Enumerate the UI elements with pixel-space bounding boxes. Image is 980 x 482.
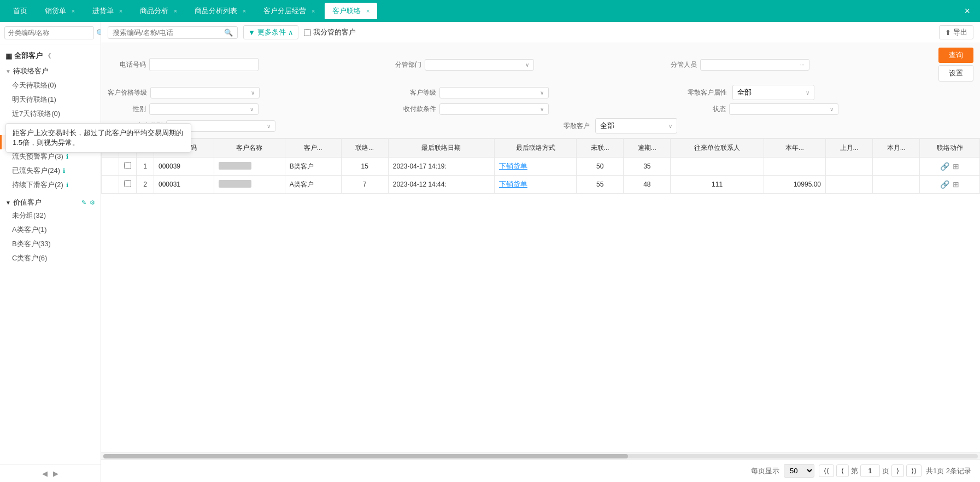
link-icon[interactable]: 🔗 bbox=[940, 162, 949, 171]
last-page-button[interactable]: ⟩⟩ bbox=[906, 464, 922, 477]
tab-sales[interactable]: 销货单 × bbox=[37, 3, 83, 19]
sidebar-search-input[interactable] bbox=[4, 26, 94, 39]
window-close-button[interactable]: × bbox=[960, 5, 975, 17]
filter-row-2: 客户价格等级 ∨ 客户等级 ∨ 零散客户属性 bbox=[108, 85, 973, 100]
sidebar-item-churned[interactable]: 已流失客户(24) ℹ bbox=[0, 164, 101, 178]
row-contacts bbox=[671, 158, 764, 176]
tab-product-analysis[interactable]: 商品分析 × bbox=[132, 3, 185, 19]
scroll-thumb[interactable] bbox=[103, 454, 628, 458]
sidebar-item-7days[interactable]: 近7天待联络(0) bbox=[0, 107, 101, 121]
per-page-label: 每页显示 bbox=[751, 466, 779, 476]
col-contact-count[interactable]: 联络... bbox=[341, 139, 388, 158]
more-conditions-button[interactable]: ▼ 更多条件 ∧ bbox=[243, 25, 298, 39]
chevron-down-icon: ∨ bbox=[540, 106, 544, 112]
search-icon[interactable]: 🔍 bbox=[224, 28, 233, 37]
sidebar-item-class-b[interactable]: B类客户(33) bbox=[0, 237, 101, 251]
settings-button[interactable]: 设置 bbox=[938, 65, 973, 82]
close-icon[interactable]: × bbox=[119, 8, 122, 14]
export-icon: ⬆ bbox=[945, 28, 951, 37]
col-this-month[interactable]: 本月... bbox=[873, 139, 920, 158]
sidebar-tree: ▦ 全部客户 《 ▼ 待联络客户 今天待联络(0) 明天待联络(1) 近7天待联… bbox=[0, 44, 101, 464]
sidebar-search-bar: 🔍 bbox=[0, 22, 101, 44]
row-overdue: 48 bbox=[624, 176, 671, 194]
status-select[interactable]: ∨ bbox=[729, 103, 838, 115]
sidebar-item-unclassified[interactable]: 未分组(32) bbox=[0, 208, 101, 223]
content-area: 🔍 ▼ 更多条件 ∧ 我分管的客户 ⬆ 导出 电话号码 bbox=[101, 22, 980, 482]
retail-customer-select[interactable]: 全部 ∨ bbox=[595, 118, 677, 133]
export-button[interactable]: ⬆ 导出 bbox=[939, 25, 973, 39]
row-last-contact-method[interactable]: 下销货单 bbox=[494, 176, 576, 194]
grid-icon[interactable]: ⊞ bbox=[953, 180, 959, 189]
sidebar-item-class-c[interactable]: C类客户(6) bbox=[0, 251, 101, 265]
tab-purchase[interactable]: 进货单 × bbox=[85, 3, 130, 19]
arrow-icon: ▼ bbox=[5, 200, 11, 206]
filter-icon: ▼ bbox=[248, 28, 255, 37]
tab-product-analysis-list[interactable]: 商品分析列表 × bbox=[187, 3, 254, 19]
payment-select[interactable]: ∨ bbox=[439, 103, 549, 115]
phone-input[interactable] bbox=[149, 58, 259, 71]
arrow-icon: ▼ bbox=[5, 68, 11, 74]
row-last-contact-method[interactable]: 下销货单 bbox=[494, 158, 576, 176]
search-icon[interactable]: 🔍 bbox=[96, 29, 101, 37]
col-last-contact-date[interactable]: 最后联络日期 bbox=[388, 139, 494, 158]
row-checkbox[interactable] bbox=[119, 158, 137, 176]
col-action: 联络动作 bbox=[920, 139, 980, 158]
filter-gender: 性别 ∨ bbox=[108, 103, 394, 115]
sidebar-left-arrow[interactable]: ◀ bbox=[42, 469, 48, 478]
edit-icon[interactable]: ✎ bbox=[81, 199, 86, 206]
next-page-button[interactable]: ⟩ bbox=[891, 464, 904, 477]
gender-select[interactable]: ∨ bbox=[149, 103, 259, 115]
col-last-month[interactable]: 上月... bbox=[826, 139, 873, 158]
sidebar-right-arrow[interactable]: ▶ bbox=[53, 469, 58, 478]
filter-row-3: 性别 ∨ 收付款条件 ∨ 状态 bbox=[108, 103, 973, 115]
branch-dept-select[interactable]: ∨ bbox=[425, 59, 534, 71]
col-overdue[interactable]: 逾期... bbox=[624, 139, 671, 158]
col-last-contact-method[interactable]: 最后联络方式 bbox=[494, 139, 576, 158]
sidebar-item-tomorrow[interactable]: 明天待联络(1) bbox=[0, 92, 101, 107]
retail-attr-label: 零散客户属性 bbox=[688, 88, 727, 97]
horizontal-scrollbar[interactable] bbox=[101, 452, 980, 459]
col-customer-type[interactable]: 客户... bbox=[285, 139, 341, 158]
filter-payment: 收付款条件 ∨ bbox=[398, 103, 684, 115]
close-icon[interactable]: × bbox=[312, 8, 315, 14]
tab-customer-contact[interactable]: 客户联络 × bbox=[325, 3, 377, 19]
customer-level-select[interactable]: ∨ bbox=[439, 87, 549, 98]
price-level-select[interactable]: ∨ bbox=[150, 87, 260, 98]
per-page-select[interactable]: 50 100 200 bbox=[784, 464, 814, 478]
row-checkbox[interactable] bbox=[119, 176, 137, 194]
my-customers-checkbox-input[interactable] bbox=[304, 29, 311, 36]
tab-home[interactable]: 首页 bbox=[5, 3, 35, 19]
sidebar-item-declining[interactable]: 持续下滑客户(2) ℹ bbox=[0, 178, 101, 192]
branch-person-select[interactable]: ··· bbox=[700, 59, 809, 71]
sidebar-item-class-a[interactable]: A类客户(1) bbox=[0, 223, 101, 237]
query-button[interactable]: 查询 bbox=[938, 48, 973, 63]
tab-customer-tier[interactable]: 客户分层经营 × bbox=[256, 3, 322, 19]
col-name[interactable]: 客户名称 bbox=[214, 139, 285, 158]
settings-icon[interactable]: ⚙ bbox=[90, 199, 95, 206]
col-uncontacted[interactable]: 未联... bbox=[577, 139, 624, 158]
row-contacts: 111 bbox=[671, 176, 764, 194]
row-action: 🔗 ⊞ bbox=[920, 176, 980, 194]
main-search-input[interactable] bbox=[113, 28, 222, 37]
page-number-input[interactable] bbox=[860, 464, 880, 477]
row-last-contact-date: 2023-04-12 14:44: bbox=[388, 176, 494, 194]
sidebar-item-today[interactable]: 今天待联络(0) bbox=[0, 78, 101, 92]
first-page-button[interactable]: ⟨⟨ bbox=[819, 464, 834, 477]
retail-attr-select[interactable]: 全部 ∨ bbox=[732, 85, 814, 100]
prev-page-button[interactable]: ⟨ bbox=[836, 464, 849, 477]
sidebar-section-value-customers[interactable]: ▼ 价值客户 ✎ ⚙ bbox=[0, 194, 101, 208]
link-icon[interactable]: 🔗 bbox=[940, 180, 949, 189]
my-customers-checkbox[interactable]: 我分管的客户 bbox=[304, 27, 356, 37]
close-icon[interactable]: × bbox=[366, 8, 369, 14]
col-contacts[interactable]: 往来单位联系人 bbox=[671, 139, 764, 158]
row-this-year bbox=[764, 158, 825, 176]
close-icon[interactable]: × bbox=[174, 8, 177, 14]
grid-icon[interactable]: ⊞ bbox=[953, 162, 959, 171]
close-icon[interactable]: × bbox=[243, 8, 246, 14]
row-customer-type: A类客户 bbox=[285, 176, 341, 194]
sidebar-group-waiting[interactable]: ▼ 待联络客户 bbox=[0, 64, 101, 78]
close-icon[interactable]: × bbox=[72, 8, 75, 14]
payment-label: 收付款条件 bbox=[398, 104, 436, 114]
col-this-year[interactable]: 本年... bbox=[764, 139, 825, 158]
sidebar-item-all-customers[interactable]: ▦ 全部客户 《 bbox=[0, 48, 101, 64]
